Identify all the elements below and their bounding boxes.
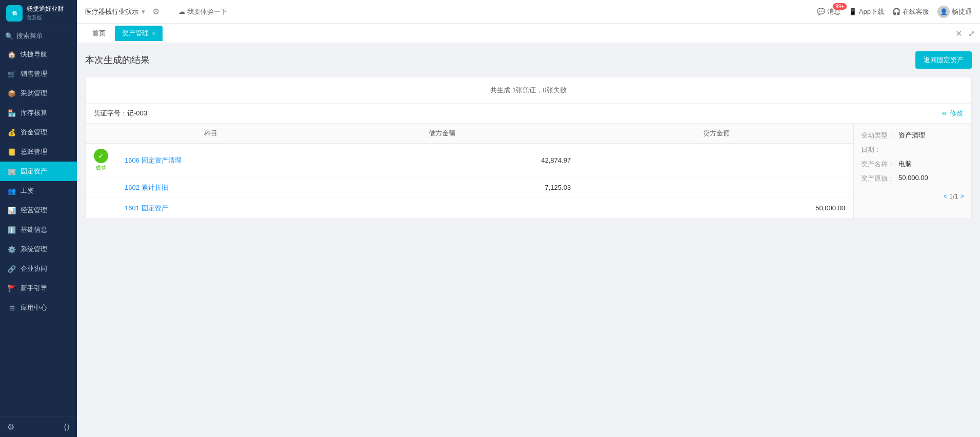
wallet-icon: 💰 bbox=[7, 128, 16, 137]
sidebar-item-purchase[interactable]: 📦 采购管理 bbox=[0, 84, 77, 103]
flag-icon: 🚩 bbox=[7, 284, 16, 293]
logo-icon: 畅 bbox=[6, 5, 23, 22]
nav-label: 资金管理 bbox=[21, 128, 47, 137]
settings-icon[interactable]: ⚙ bbox=[7, 422, 14, 432]
sidebar-item-quicknav[interactable]: 🏠 快捷导航 bbox=[0, 45, 77, 64]
tab-close-icon[interactable]: × bbox=[152, 30, 155, 37]
service-icon: 🎧 bbox=[892, 8, 901, 15]
debit-cell-1: 42,874.97 bbox=[305, 151, 579, 169]
sidebar-item-system[interactable]: ⚙️ 系统管理 bbox=[0, 240, 77, 259]
sidebar-item-fixed-assets[interactable]: 🏢 固定资产 bbox=[0, 162, 77, 181]
nav-label: 销售管理 bbox=[21, 69, 47, 78]
result-summary: 共生成 1张凭证，0张失败 bbox=[86, 77, 971, 104]
th-credit: 贷方金额 bbox=[579, 124, 853, 143]
asset-name-row: 资产名称： 电脑 bbox=[861, 160, 964, 169]
date-row: 日期： bbox=[861, 145, 964, 154]
service-label: 在线客服 bbox=[903, 7, 929, 16]
sidebar-item-inventory[interactable]: 🏪 库存核算 bbox=[0, 103, 77, 123]
user-menu[interactable]: 👤 畅捷通 bbox=[937, 6, 972, 18]
next-page[interactable]: > bbox=[960, 192, 964, 200]
search-menu[interactable]: 🔍 搜索菜单 bbox=[0, 27, 77, 45]
collapse-icon[interactable]: ⟨⟩ bbox=[64, 422, 70, 432]
date-label: 日期： bbox=[861, 145, 881, 154]
sidebar-item-operations[interactable]: 📊 经营管理 bbox=[0, 201, 77, 220]
voucher-header-row: 凭证字号：记-003 ✏ 修改 bbox=[86, 104, 971, 124]
pagination: < 1/1 > bbox=[861, 188, 964, 200]
tab-asset-mgmt-label: 资产管理 bbox=[122, 29, 149, 38]
message-btn[interactable]: 💬 消息 99+ bbox=[817, 7, 841, 16]
home-icon: 🏠 bbox=[7, 50, 16, 59]
dropdown-icon: ▾ bbox=[142, 8, 145, 15]
edit-label: 修改 bbox=[950, 109, 963, 118]
sidebar-item-cooperation[interactable]: 🔗 企业协同 bbox=[0, 259, 77, 279]
search-menu-label: 搜索菜单 bbox=[16, 31, 43, 41]
edit-button[interactable]: ✏ 修改 bbox=[942, 109, 963, 118]
sidebar-item-guide[interactable]: 🚩 新手引导 bbox=[0, 279, 77, 298]
tab-home-label: 首页 bbox=[92, 29, 106, 37]
sidebar-nav: 🛒 销售管理 📦 采购管理 🏪 库存核算 💰 资金管理 📒 总账管理 🏢 固定资… bbox=[0, 64, 77, 416]
message-badge: 99+ bbox=[833, 3, 847, 10]
nav-label: 固定资产 bbox=[21, 167, 47, 176]
back-to-fixed-assets-button[interactable]: 返回固定资产 bbox=[915, 51, 972, 69]
user-name: 畅捷通 bbox=[952, 7, 972, 16]
success-text: 成功 bbox=[95, 164, 107, 172]
change-type-value: 资产清理 bbox=[898, 131, 925, 140]
subject-link-2[interactable]: 1602 累计折旧 bbox=[125, 184, 168, 191]
warehouse-icon: 🏪 bbox=[7, 108, 16, 117]
subject-link-1[interactable]: 1606 固定资产清理 bbox=[125, 156, 182, 164]
subject-link-3[interactable]: 1601 固定资产 bbox=[125, 204, 168, 212]
sidebar-item-finance[interactable]: 💰 资金管理 bbox=[0, 123, 77, 142]
status-cell-3 bbox=[86, 203, 116, 213]
experience-icon: ☁ bbox=[178, 8, 185, 15]
tab-asset-mgmt[interactable]: 资产管理 × bbox=[115, 26, 163, 41]
prev-page[interactable]: < bbox=[944, 192, 948, 200]
app-name: 畅捷通好业财 bbox=[27, 5, 64, 13]
th-debit: 借方金额 bbox=[305, 124, 579, 143]
change-type-label: 变动类型： bbox=[861, 131, 894, 140]
subject-cell-1: 1606 固定资产清理 bbox=[116, 151, 305, 170]
tab-home[interactable]: 首页 bbox=[85, 26, 113, 41]
sidebar-item-sales[interactable]: 🛒 销售管理 bbox=[0, 64, 77, 84]
experience-label: 我要体验一下 bbox=[187, 7, 227, 16]
table-header: 科目 借方金额 贷方金额 bbox=[86, 124, 853, 144]
nav-label: 经营管理 bbox=[21, 206, 47, 215]
sidebar-item-basic[interactable]: ℹ️ 基础信息 bbox=[0, 220, 77, 240]
sidebar-item-ledger[interactable]: 📒 总账管理 bbox=[0, 142, 77, 162]
nav-label: 新手引导 bbox=[21, 284, 47, 293]
building-icon: 🏢 bbox=[7, 167, 16, 176]
asset-name-label: 资产名称： bbox=[861, 160, 894, 169]
topbar-gear-icon[interactable]: ⚙ bbox=[152, 7, 159, 16]
table-row: 1601 固定资产 50,000.00 bbox=[86, 198, 853, 218]
sidebar-header: 畅 畅捷通好业财 普及版 bbox=[0, 0, 77, 27]
app-edition: 普及版 bbox=[27, 14, 64, 22]
content-area: 本次生成的结果 返回固定资产 共生成 1张凭证，0张失败 凭证字号：记-003 … bbox=[77, 43, 980, 437]
sidebar-item-apps[interactable]: ⊞ 应用中心 bbox=[0, 298, 77, 317]
experience-btn[interactable]: ☁ 我要体验一下 bbox=[178, 7, 227, 16]
table-row: 1602 累计折旧 7,125.03 bbox=[86, 177, 853, 198]
credit-cell-1 bbox=[579, 155, 853, 166]
avatar: 👤 bbox=[937, 6, 950, 18]
nav-label: 系统管理 bbox=[21, 245, 47, 254]
info-icon: ℹ️ bbox=[7, 225, 16, 234]
online-service-btn[interactable]: 🎧 在线客服 bbox=[892, 7, 929, 16]
page-title-bar: 本次生成的结果 返回固定资产 bbox=[85, 51, 972, 69]
book-icon: 📒 bbox=[7, 147, 16, 156]
asset-name-value: 电脑 bbox=[898, 160, 912, 169]
box-icon: 📦 bbox=[7, 89, 16, 98]
nav-label: 应用中心 bbox=[21, 303, 47, 312]
side-panel: 变动类型： 资产清理 日期： 资产名称： 电脑 资产原值： 50,000.00 bbox=[853, 124, 971, 218]
sidebar-item-salary[interactable]: 👥 工资 bbox=[0, 181, 77, 201]
table-row: ✓ 成功 1606 固定资产清理 42,874.97 bbox=[86, 144, 853, 177]
nav-label: 总账管理 bbox=[21, 147, 47, 156]
company-selector[interactable]: 医疗器械行业演示 ▾ bbox=[85, 7, 145, 16]
chart-icon: 📊 bbox=[7, 206, 16, 215]
table-main: 科目 借方金额 贷方金额 ✓ 成功 1606 固定资产清理 42,874 bbox=[86, 124, 853, 218]
th-status bbox=[86, 124, 116, 143]
nav-label: 工资 bbox=[21, 186, 34, 195]
subject-cell-3: 1601 固定资产 bbox=[116, 198, 305, 218]
result-panel: 共生成 1张凭证，0张失败 凭证字号：记-003 ✏ 修改 科目 借方金额 bbox=[85, 77, 972, 219]
credit-cell-2 bbox=[579, 183, 853, 193]
sidebar-footer: ⚙ ⟨⟩ bbox=[0, 416, 77, 437]
app-download-btn[interactable]: 📱 App下载 bbox=[849, 7, 884, 16]
app-icon: 📱 bbox=[849, 8, 857, 15]
